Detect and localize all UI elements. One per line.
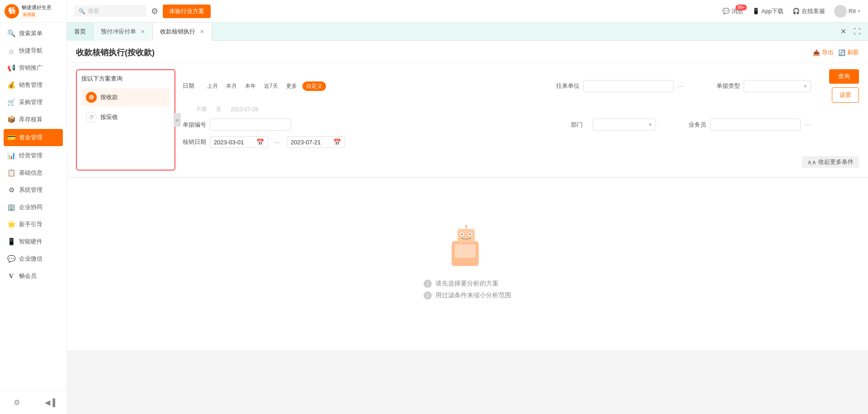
empty-hints: 1 请先选择要分析的方案 2 用过滤条件来缩小分析范围 (424, 280, 511, 303)
sidebar-item-hardware[interactable]: 📱 智能硬件 (0, 233, 66, 250)
setting-button[interactable]: 设置 (832, 87, 859, 103)
enterprise-icon: 🏢 (7, 203, 15, 211)
message-button[interactable]: 💬 消息 99+ (722, 7, 743, 15)
date-to-label: 至 (216, 105, 222, 113)
dept-input[interactable] (597, 121, 647, 128)
date-btn-last-month[interactable]: 上月 (204, 81, 221, 91)
topbar-search-placeholder: 搜索 (88, 7, 99, 15)
member-icon: V (7, 272, 15, 280)
sidebar: 畅 畅捷通好生意 标准版 🔍 搜索菜单 ⌂ 快捷导航 📢 营销推广 💰 销售管理… (0, 0, 67, 414)
bill-type-select[interactable]: ▾ (744, 80, 811, 92)
sidebar-item-purchase[interactable]: 🛒 采购管理 (0, 94, 66, 111)
topbar-search-icon: 🔍 (79, 8, 85, 14)
tab-receipt-label: 收款核销执行 (160, 28, 195, 36)
online-service-button[interactable]: 🎧 在线客服 (793, 7, 825, 15)
query-button[interactable]: 查询 (829, 69, 859, 84)
date-btn-this-month[interactable]: 本月 (223, 81, 240, 91)
export-button[interactable]: 📤 导出 (813, 48, 834, 57)
filter-query-type: 按以下方案查询 ¥ 按收款 ⏱ 按应收 ‹‹ (76, 69, 175, 171)
user-menu[interactable]: Rit ▾ (834, 5, 861, 18)
empty-state: 1 请先选择要分析的方案 2 用过滤条件来缩小分析范围 (67, 178, 868, 350)
bill-type-input[interactable] (748, 83, 802, 90)
tab-receipt-write-off[interactable]: 收款核销执行 ✕ (153, 23, 212, 41)
party-more-icon[interactable]: ··· (677, 81, 684, 91)
empty-hint-1: 1 请先选择要分析的方案 (424, 280, 511, 288)
svg-rect-3 (455, 244, 476, 258)
filter-collapse-btn[interactable]: ‹‹ (174, 113, 181, 127)
sidebar-item-sales[interactable]: 💰 销售管理 (0, 76, 66, 94)
dept-select[interactable]: ▾ (593, 119, 656, 131)
sidebar-item-label: 资金管理 (19, 133, 42, 142)
topbar-search-box[interactable]: 🔍 搜索 (74, 5, 146, 17)
verify-date-start-calendar-icon[interactable]: 📅 (256, 138, 264, 146)
tab-close-all-icon[interactable]: ✕ (839, 25, 848, 38)
hardware-icon: 📱 (7, 238, 15, 246)
solution-button[interactable]: 体验行业方案 (163, 5, 211, 18)
staff-more-icon[interactable]: ··· (804, 120, 811, 129)
date-btn-this-year[interactable]: 本年 (242, 81, 259, 91)
sidebar-item-basic[interactable]: 📋 基础信息 (0, 164, 66, 181)
tab-prepay-close-icon[interactable]: ✕ (141, 29, 145, 35)
topbar-gear-icon[interactable]: ⚙ (151, 6, 158, 16)
hint-num-1: 1 (424, 280, 432, 288)
verify-date-start-input[interactable]: 2023-03-01 📅 (210, 136, 268, 148)
app-download-label: App下载 (761, 7, 783, 15)
operation-icon: 📊 (7, 152, 15, 160)
empty-hint-2: 2 用过滤条件来缩小分析范围 (424, 291, 511, 300)
filter-option-by-receivable[interactable]: ⏱ 按应收 (81, 108, 170, 126)
sidebar-item-wechat[interactable]: 💬 企业微信 (0, 250, 66, 267)
sidebar-item-marketing[interactable]: 📢 营销推广 (0, 59, 66, 76)
sidebar-item-finance[interactable]: 💳 资金管理 (4, 129, 63, 146)
collapse-more-button[interactable]: ∧∧ 收起更多条件 (802, 156, 859, 168)
app-download-icon: 📱 (752, 8, 760, 14)
sidebar-item-search[interactable]: 🔍 搜索菜单 (0, 25, 66, 42)
party-input[interactable] (583, 80, 674, 92)
tabbar-actions: ✕ ⛶ (839, 25, 868, 38)
sidebar-item-label: 企业协同 (19, 203, 42, 211)
wechat-icon: 💬 (7, 255, 15, 263)
sidebar-item-member[interactable]: V 畅会员 (0, 267, 66, 285)
sidebar-logo: 畅 畅捷通好生意 标准版 (0, 0, 66, 23)
sidebar-item-quick-nav[interactable]: ⌂ 快捷导航 (0, 42, 66, 59)
sidebar-item-guide[interactable]: 🌟 新手引导 (0, 216, 66, 233)
sidebar-item-label: 营销推广 (19, 64, 42, 72)
sidebar-settings-btn[interactable]: ⚙ (9, 395, 24, 409)
tab-receipt-close-icon[interactable]: ✕ (200, 29, 204, 35)
staff-input[interactable] (710, 119, 801, 131)
sidebar-item-label: 采购管理 (19, 98, 42, 106)
sidebar-item-label: 搜索菜单 (19, 29, 42, 38)
filter-option-receivable-label: 按应收 (100, 113, 118, 121)
app-download-button[interactable]: 📱 App下载 (752, 7, 783, 15)
filter-left-title: 按以下方案查询 (81, 75, 170, 83)
sidebar-item-operation[interactable]: 📊 经营管理 (0, 147, 66, 164)
sidebar-item-label: 快捷导航 (19, 47, 42, 55)
filter-option-by-receipt[interactable]: ¥ 按收款 (81, 88, 170, 106)
sales-icon: 💰 (7, 81, 15, 89)
date-btn-more[interactable]: 更多 (283, 81, 300, 91)
verify-date-end[interactable]: 2023-07-21 (291, 139, 331, 146)
sidebar-item-label: 基础信息 (19, 169, 42, 177)
date-btn-7days[interactable]: 近7天 (261, 81, 281, 91)
verify-date-start[interactable]: 2023-03-01 (214, 139, 255, 146)
tab-prepay[interactable]: 预付冲应付单 ✕ (94, 23, 153, 41)
refresh-button[interactable]: 🔄 刷新 (838, 48, 859, 57)
system-icon: ⚙ (7, 186, 15, 194)
finance-icon: 💳 (7, 133, 15, 142)
verify-date-end-calendar-icon[interactable]: 📅 (333, 138, 341, 146)
verify-date-end-input[interactable]: 2023-07-21 📅 (287, 136, 345, 148)
tab-maximize-icon[interactable]: ⛶ (852, 26, 863, 38)
bill-no-input[interactable] (210, 119, 291, 131)
sidebar-item-enterprise[interactable]: 🏢 企业协同 (0, 199, 66, 216)
app-logo-text-wrap: 畅捷通好生意 标准版 (22, 4, 52, 18)
user-avatar (834, 5, 847, 18)
tabbar: 首页 预付冲应付单 ✕ 收款核销执行 ✕ ✕ ⛶ (67, 23, 868, 41)
page-header-actions: 📤 导出 🔄 刷新 (813, 48, 859, 57)
svg-point-7 (461, 233, 463, 235)
sidebar-item-label: 经营管理 (19, 152, 42, 160)
sidebar-item-system[interactable]: ⚙ 系统管理 (0, 181, 66, 199)
sidebar-item-inventory[interactable]: 📦 库存核算 (0, 111, 66, 128)
sidebar-collapse-btn[interactable]: ◀▐ (42, 395, 57, 409)
sidebar-item-label: 畅会员 (19, 272, 37, 280)
tab-home[interactable]: 首页 (67, 23, 94, 41)
date-btn-custom[interactable]: 自定义 (302, 81, 326, 91)
